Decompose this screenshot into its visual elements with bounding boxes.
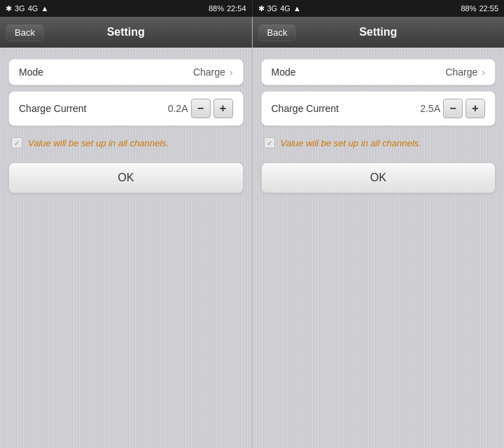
time-right: 22:55 — [479, 4, 498, 13]
current-value-left: 0.2A — [166, 103, 188, 114]
current-label-left: Charge Current — [19, 103, 87, 114]
checkbox-row-left[interactable]: ✓ Value will be set up in all channels. — [8, 132, 244, 154]
network-4g-right: 4G — [280, 4, 290, 13]
signal-icon: ▲ — [41, 4, 48, 13]
network-3g-right: 3G — [267, 4, 278, 13]
mode-row-right[interactable]: Mode Charge › — [261, 59, 496, 85]
bluetooth-icon-right: ✱ — [258, 4, 265, 13]
status-left-icons: ✱ 3G 4G ▲ — [6, 4, 48, 13]
mode-value-right: Charge › — [445, 66, 485, 78]
ok-button-right[interactable]: OK — [261, 162, 496, 193]
decrease-button-left[interactable]: − — [191, 99, 211, 118]
status-panel-left: ✱ 3G 4G ▲ 88% 22:54 — [0, 0, 253, 17]
status-panel-right: ✱ 3G 4G ▲ 88% 22:55 — [253, 0, 505, 17]
battery-level: 88% — [209, 4, 224, 13]
checkbox-label-left: Value will be set up in all channels. — [28, 138, 169, 148]
mode-label-right: Mode — [272, 66, 296, 78]
status-bar: ✱ 3G 4G ▲ 88% 22:54 ✱ 3G 4G ▲ 88% 22:55 — [0, 0, 504, 17]
nav-title-right: Setting — [359, 26, 397, 38]
battery-level-right: 88% — [461, 4, 476, 13]
check-icon-left: ✓ — [14, 139, 20, 147]
signal-icon-right: ▲ — [293, 4, 301, 13]
current-control-left: 0.2A − + — [166, 99, 233, 118]
increase-button-right[interactable]: + — [465, 99, 485, 118]
time-left: 22:54 — [227, 4, 246, 13]
network-3g: 3G — [15, 4, 25, 13]
mode-label-left: Mode — [19, 66, 43, 78]
mode-row-left[interactable]: Mode Charge › — [8, 59, 244, 85]
current-label-right: Charge Current — [272, 103, 340, 114]
panels-container: Back Setting Mode Charge › Charge Curren… — [0, 17, 504, 448]
decrease-button-right[interactable]: − — [443, 99, 463, 118]
current-row-left: Charge Current 0.2A − + — [8, 91, 244, 126]
checkbox-right[interactable]: ✓ — [264, 137, 275, 148]
panel-left: Back Setting Mode Charge › Charge Curren… — [0, 17, 253, 448]
nav-bar-right: Back Setting — [253, 17, 505, 48]
mode-value-text-left: Charge — [193, 66, 225, 78]
chevron-icon-right: › — [482, 66, 485, 78]
content-left: Mode Charge › Charge Current 0.2A − + ✓ — [0, 48, 252, 204]
current-value-right: 2.5A — [418, 103, 440, 114]
chevron-icon-left: › — [230, 66, 233, 78]
panel-right: Back Setting Mode Charge › Charge Curren… — [253, 17, 505, 448]
mode-value-text-right: Charge — [445, 66, 477, 78]
status-right-left-icons: ✱ 3G 4G ▲ — [258, 4, 301, 13]
checkbox-row-right[interactable]: ✓ Value will be set up in all channels. — [261, 132, 496, 154]
mode-value-left: Charge › — [193, 66, 233, 78]
status-right-right-info: 88% 22:55 — [461, 4, 498, 13]
checkbox-left[interactable]: ✓ — [11, 137, 22, 148]
current-control-right: 2.5A − + — [418, 99, 485, 118]
current-row-right: Charge Current 2.5A − + — [261, 91, 496, 126]
checkbox-label-right: Value will be set up in all channels. — [281, 138, 421, 148]
content-right: Mode Charge › Charge Current 2.5A − + ✓ — [253, 48, 505, 204]
check-icon-right: ✓ — [267, 139, 272, 147]
status-right-info: 88% 22:54 — [209, 4, 246, 13]
nav-bar-left: Back Setting — [0, 17, 252, 48]
nav-title-left: Setting — [107, 26, 145, 38]
network-4g: 4G — [28, 4, 38, 13]
bluetooth-icon: ✱ — [6, 4, 12, 13]
increase-button-left[interactable]: + — [214, 99, 233, 118]
ok-button-left[interactable]: OK — [8, 162, 244, 193]
back-button-right[interactable]: Back — [258, 24, 297, 41]
back-button-left[interactable]: Back — [6, 24, 44, 41]
